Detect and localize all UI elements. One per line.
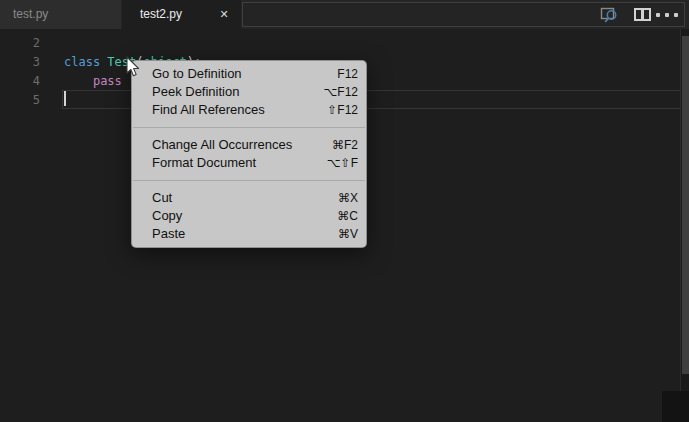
menu-item-shortcut: ⌥F12 xyxy=(323,83,358,101)
menu-item-copy[interactable]: Copy⌘C xyxy=(132,207,366,225)
code-line[interactable]: pass xyxy=(64,72,122,91)
menu-separator xyxy=(133,180,365,181)
editor-context-menu: Go to DefinitionF12Peek Definition⌥F12Fi… xyxy=(131,60,367,248)
line-number: 2 xyxy=(0,34,40,53)
menu-item-change-all-occurrences[interactable]: Change All Occurrences⌘F2 xyxy=(132,136,366,154)
menu-item-cut[interactable]: Cut⌘X xyxy=(132,189,366,207)
menu-item-shortcut: ⌥⇧F xyxy=(327,154,358,172)
split-pane-right xyxy=(644,10,649,19)
menu-item-shortcut: ⇧F12 xyxy=(327,101,358,119)
menu-item-go-to-definition[interactable]: Go to DefinitionF12 xyxy=(132,65,366,83)
menu-item-label: Peek Definition xyxy=(152,83,239,101)
menu-item-label: Format Document xyxy=(152,154,256,172)
menu-item-paste[interactable]: Paste⌘V xyxy=(132,225,366,243)
menu-item-shortcut: ⌘V xyxy=(338,225,358,243)
split-editor-icon[interactable] xyxy=(634,8,651,21)
menu-item-shortcut: ⌘X xyxy=(338,189,358,207)
menu-item-label: Go to Definition xyxy=(152,65,242,83)
more-actions-icon[interactable] xyxy=(656,12,682,17)
menu-item-label: Copy xyxy=(152,207,182,225)
menu-item-label: Paste xyxy=(152,225,185,243)
code-token xyxy=(64,74,93,88)
code-token: pass xyxy=(93,74,122,88)
menu-item-format-document[interactable]: Format Document⌥⇧F xyxy=(132,154,366,172)
tab-label: test.py xyxy=(13,7,48,21)
line-number: 3 xyxy=(0,53,40,72)
preview-search-icon[interactable] xyxy=(599,5,619,24)
split-pane-left xyxy=(636,10,641,19)
text-caret xyxy=(64,91,66,106)
line-number: 5 xyxy=(0,91,40,110)
tab-test2-py[interactable]: test2.py ✕ xyxy=(122,0,241,29)
menu-item-label: Find All References xyxy=(152,101,265,119)
scrollbar-track[interactable] xyxy=(680,29,689,422)
tab-test-py[interactable]: test.py xyxy=(0,0,122,29)
menu-item-label: Cut xyxy=(152,189,172,207)
menu-item-peek-definition[interactable]: Peek Definition⌥F12 xyxy=(132,83,366,101)
line-number: 4 xyxy=(0,72,40,91)
menu-item-shortcut: ⌘F2 xyxy=(332,136,358,154)
close-tab-icon[interactable]: ✕ xyxy=(216,0,232,29)
tab-bar: test.py test2.py ✕ xyxy=(0,0,689,29)
window-corner xyxy=(662,391,689,422)
menu-item-label: Change All Occurrences xyxy=(152,136,292,154)
menu-separator xyxy=(133,127,365,128)
code-token: class xyxy=(64,55,107,69)
tab-label: test2.py xyxy=(140,7,182,21)
menu-item-find-all-references[interactable]: Find All References⇧F12 xyxy=(132,101,366,119)
menu-item-shortcut: F12 xyxy=(337,65,358,83)
menu-item-shortcut: ⌘C xyxy=(337,207,358,225)
scrollbar-thumb[interactable] xyxy=(682,36,689,374)
